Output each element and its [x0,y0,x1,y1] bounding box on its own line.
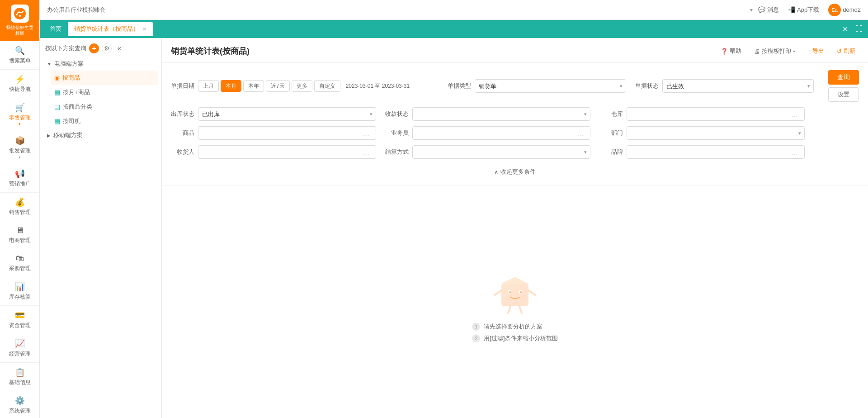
export-btn[interactable]: ↑ 导出 [804,45,828,57]
receiver-label: 收货人 [171,148,198,156]
wholesale-icon: 📦 [15,136,25,146]
tree-child-by-category[interactable]: ▤ 按商品分类 [51,100,158,114]
tree-desktop-parent[interactable]: ▼ 电脑端方案 [43,57,158,71]
filter-row-4: 收货人 ... 结算方式 [171,145,859,159]
docstatus-select[interactable]: 已生效 [662,79,814,93]
date-range: 2023-03-01 至 2023-03-31 [346,82,410,90]
date-btn-this-month[interactable]: 本月 [221,80,241,92]
sidebar-item-wholesale[interactable]: 📦 批发管理 ▴ [0,131,39,164]
help-btn[interactable]: ❓ 帮助 [717,45,745,57]
salesperson-input[interactable]: ... [412,126,590,140]
print-btn[interactable]: 🖨 按模板打印 ▾ [750,45,799,57]
maximize-icon[interactable]: ⛶ [854,24,864,34]
collapse-panel-btn[interactable]: « [114,43,124,53]
svg-point-0 [14,8,26,19]
svg-line-9 [508,306,510,313]
date-btn-7days[interactable]: 近7天 [266,80,290,92]
add-scheme-btn[interactable]: + [89,43,99,53]
sidebar-item-sales[interactable]: 💰 销售管理 [0,193,39,221]
payment-select[interactable] [412,107,590,121]
tree-child-by-cashier[interactable]: ▤ 按司机 [51,114,158,128]
topbar: 办公用品行业模拟账套 ▾ 💬 消息 📲 App下载 Ea demo2 [40,0,868,20]
sidebar-item-marketing[interactable]: 📢 营销推广 [0,164,39,193]
main-area: 办公用品行业模拟账套 ▾ 💬 消息 📲 App下载 Ea demo2 首页 [40,0,868,418]
tree-child-by-product[interactable]: ◉ 按商品 [51,71,158,85]
sidebar-item-quicknav[interactable]: ⚡ 快捷导航 [0,70,39,98]
product-label: 商品 [171,129,198,137]
doctype-select[interactable]: 销货单 [475,79,626,93]
sidebar-item-basic[interactable]: 📋 基础信息 [0,363,39,391]
receiver-input[interactable]: ... [198,145,376,159]
sidebar-item-retail[interactable]: 🛒 零售管理 ▾ [0,98,39,131]
filter-outstatus-col: 出库状态 已出库 [171,107,385,121]
empty-tips: 1 请先选择要分析的方案 2 用[过滤]条件来缩小分析范围 [472,323,557,342]
settlement-select[interactable] [412,145,590,159]
filter-docstatus-col: 单据状态 已生效 [635,79,823,93]
system-icon: ⚙️ [15,396,25,406]
outstatus-select[interactable]: 已出库 [198,107,376,121]
stats-tab-label: 销货单统计表（按商品） [74,25,139,33]
receiver-dots-icon[interactable]: ... [361,147,371,157]
export-icon: ↑ [808,48,811,55]
svg-point-6 [520,291,522,293]
workspace-arrow[interactable]: ▾ [750,7,753,13]
sidebar-item-finance[interactable]: 💳 资金管理 [0,306,39,334]
docstatus-label: 单据状态 [635,82,662,90]
tree-child-by-month[interactable]: ▤ 按月+商品 [51,85,158,100]
query-buttons: 查询 设置 [828,70,859,102]
tab-close-icon[interactable]: ✕ [142,26,146,32]
settings-scheme-btn[interactable]: ⚙ [102,43,112,53]
date-btn-this-year[interactable]: 本年 [243,80,264,92]
date-group: 上月 本月 本年 近7天 更多 自定义 2023-03-01 至 2023-03… [198,80,439,92]
doctype-select-wrapper: 销货单 [475,79,626,93]
empty-tip-2: 2 用[过滤]条件来缩小分析范围 [472,334,557,342]
refresh-btn[interactable]: ↺ 刷新 [833,45,859,57]
tree-mobile-parent[interactable]: ▶ 移动端方案 [43,128,158,142]
settlement-label: 结算方式 [385,148,412,156]
finance-icon: 💳 [15,310,25,320]
sidebar-item-operations[interactable]: 📈 经营管理 [0,334,39,363]
tab-stats[interactable]: 销货单统计表（按商品） ✕ [68,22,153,36]
by-product-icon: ◉ [54,74,60,81]
sidebar-item-search[interactable]: 🔍 搜索菜单 [0,41,39,70]
date-btn-more[interactable]: 更多 [292,80,312,92]
message-btn[interactable]: 💬 消息 [758,6,779,14]
filter-salesperson-col: 业务员 ... [385,126,599,140]
close-window-icon[interactable]: ✕ [840,24,850,34]
home-tab-label: 首页 [50,25,61,33]
collapse-bar[interactable]: ∧ 收起更多条件 [171,164,859,178]
query-btn[interactable]: 查询 [828,70,859,85]
tab-home[interactable]: 首页 [43,22,68,36]
brand-input[interactable]: ... [627,145,805,159]
salesperson-dots-icon[interactable]: ... [575,128,585,138]
date-btn-last-month[interactable]: 上月 [198,80,219,92]
product-dots-icon[interactable]: ... [361,128,371,138]
sidebar-item-ecom[interactable]: 🖥 电商管理 [0,221,39,249]
department-select[interactable] [627,126,805,140]
user-area[interactable]: Ea demo2 [828,4,861,16]
filter-date-col: 单据日期 上月 本月 本年 近7天 更多 自定义 2023-03-01 至 20… [171,80,448,92]
date-btn-custom[interactable]: 自定义 [314,80,340,92]
product-input[interactable]: ... [198,126,376,140]
sidebar-item-system[interactable]: ⚙️ 系统管理 [0,391,39,418]
sidebar-item-purchase[interactable]: 🛍 采购管理 [0,249,39,277]
warehouse-input[interactable]: ... [627,107,805,121]
chevron-up-icon: ∧ [494,169,499,176]
brand-label: 品牌 [599,148,627,156]
settings-btn[interactable]: 设置 [828,87,859,102]
svg-line-8 [528,290,535,295]
purchase-icon: 🛍 [16,254,24,263]
marketing-icon: 📢 [15,169,25,179]
inventory-icon: 📊 [15,282,25,292]
department-select-wrapper [627,126,805,140]
download-icon: 📲 [788,6,795,13]
warehouse-dots-icon[interactable]: ... [789,109,800,119]
docstatus-select-wrapper: 已生效 [662,79,814,93]
download-btn[interactable]: 📲 App下载 [788,6,819,14]
topbar-actions: 💬 消息 📲 App下载 Ea demo2 [758,4,861,16]
sidebar-item-inventory[interactable]: 📊 库存核算 [0,277,39,306]
tree-arrow-down-icon: ▼ [47,62,52,66]
brand-dots-icon[interactable]: ... [789,147,800,157]
filter-warehouse-col: 仓库 ... [599,107,814,121]
left-panel: 按以下方案查询 + ⚙ « ▼ 电脑端方案 ◉ 按商品 ▤ [40,38,162,418]
